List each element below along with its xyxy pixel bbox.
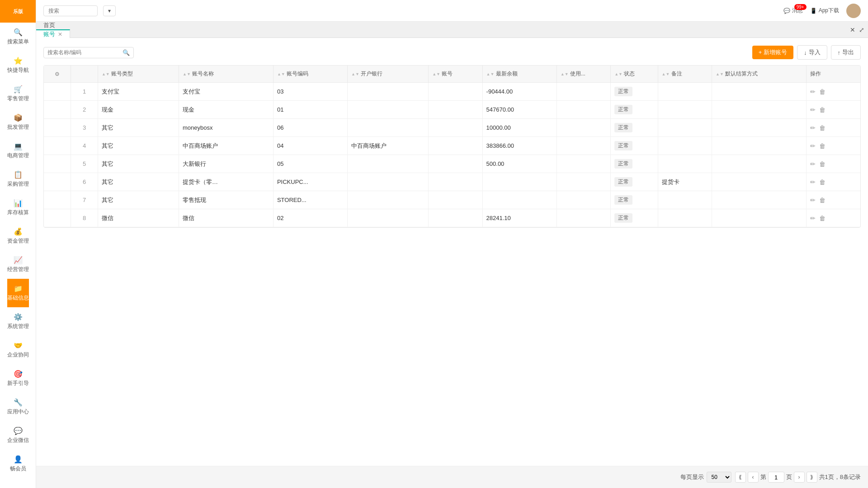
table-row: 3其它moneybosx0610000.00正常✏🗑	[44, 119, 860, 137]
add-account-button[interactable]: + 新增账号	[752, 46, 793, 59]
delete-icon[interactable]: 🗑	[819, 88, 826, 95]
app-label: App下载	[819, 7, 839, 14]
col-默认结算方式: ▲▼ 默认结算方式	[712, 66, 807, 83]
import-button[interactable]: ↓ 导入	[797, 45, 827, 60]
sort-up-icon[interactable]: ▲	[351, 72, 355, 76]
sort-up-icon[interactable]: ▲	[561, 72, 565, 76]
cell-usage	[557, 83, 610, 101]
sidebar-item-ecommerce-mgmt[interactable]: 💻电商管理	[7, 136, 29, 165]
cell-actions: ✏🗑	[806, 209, 860, 227]
dropdown-button[interactable]: ▾	[103, 5, 116, 16]
sort-up-icon[interactable]: ▲	[432, 72, 436, 76]
search-input[interactable]	[47, 49, 120, 56]
edit-icon[interactable]: ✏	[810, 124, 816, 131]
edit-icon[interactable]: ✏	[810, 106, 816, 113]
edit-icon[interactable]: ✏	[810, 215, 816, 222]
edit-icon[interactable]: ✏	[810, 142, 816, 150]
delete-icon[interactable]: 🗑	[819, 124, 826, 131]
status-badge: 正常	[614, 141, 632, 150]
maximize-button[interactable]: ⤢	[859, 26, 864, 33]
tab-actions: ✕ ⤢	[850, 26, 868, 33]
sidebar-item-inventory[interactable]: 📊库存核算	[7, 193, 29, 222]
import-icon: ↓	[804, 49, 807, 56]
sidebar-item-search-menu[interactable]: 🔍搜索菜单	[7, 23, 29, 51]
sort-down-icon[interactable]: ▼	[491, 72, 495, 76]
sort-down-icon[interactable]: ▼	[720, 72, 724, 76]
edit-icon[interactable]: ✏	[810, 178, 816, 186]
sidebar-item-operation-mgmt[interactable]: 📈经营管理	[7, 250, 29, 279]
sort-down-icon[interactable]: ▼	[106, 72, 110, 76]
close-tab-button[interactable]: ✕	[850, 26, 855, 33]
export-button[interactable]: ↑ 导出	[831, 45, 861, 60]
tab-home[interactable]: 首页	[36, 21, 70, 29]
sort-up-icon[interactable]: ▲	[486, 72, 491, 76]
delete-icon[interactable]: 🗑	[819, 106, 826, 113]
delete-icon[interactable]: 🗑	[819, 160, 826, 168]
cell-account	[429, 155, 482, 173]
delete-icon[interactable]: 🗑	[819, 142, 826, 150]
sidebar-item-member[interactable]: 👤畅会员	[7, 450, 29, 478]
col-状态: ▲▼ 状态	[611, 66, 658, 83]
edit-icon[interactable]: ✏	[810, 88, 816, 95]
delete-icon[interactable]: 🗑	[819, 215, 826, 222]
tab-close-account[interactable]: ✕	[58, 31, 62, 38]
cell-name: moneybosx	[179, 119, 273, 137]
sort-up-icon[interactable]: ▲	[614, 72, 618, 76]
sort-up-icon[interactable]: ▲	[277, 72, 281, 76]
sort-down-icon[interactable]: ▼	[187, 72, 191, 76]
page-number-input[interactable]	[768, 472, 784, 483]
sidebar-item-system-mgmt[interactable]: ⚙️系统管理	[7, 307, 29, 336]
edit-icon[interactable]: ✏	[810, 197, 816, 204]
sidebar-item-basic-info[interactable]: 📁基础信息	[7, 279, 29, 307]
status-badge: 正常	[614, 213, 632, 223]
total-label: 共1页，8条记录	[819, 473, 861, 481]
sidebar-item-enterprise-protocol[interactable]: 🤝企业协同	[7, 336, 29, 364]
delete-icon[interactable]: 🗑	[819, 178, 826, 186]
sidebar-item-wholesale-mgmt[interactable]: 📦批发管理	[7, 108, 29, 136]
sort-down-icon[interactable]: ▼	[666, 72, 670, 76]
row-num: 1	[71, 83, 98, 101]
sidebar-item-enterprise-wechat[interactable]: 💬企业微信	[7, 421, 29, 450]
message-button[interactable]: 💬 消息 99+	[783, 7, 803, 14]
sort-up-icon[interactable]: ▲	[662, 72, 666, 76]
sidebar-item-purchase-mgmt[interactable]: 📋采购管理	[7, 165, 29, 193]
sidebar-icon-new-guide: 🎯	[14, 370, 23, 378]
first-page-button[interactable]: ⟪	[735, 472, 746, 483]
top-search-input[interactable]	[43, 5, 98, 16]
last-page-button[interactable]: ⟫	[807, 472, 817, 483]
delete-icon[interactable]: 🗑	[819, 197, 826, 204]
sidebar-item-new-guide[interactable]: 🎯新手引导	[7, 364, 29, 393]
sidebar-label-quick-nav: 快捷导航	[7, 66, 29, 74]
sort-up-icon[interactable]: ▲	[102, 72, 106, 76]
page-size-select[interactable]: 50 100 200	[707, 472, 731, 483]
cell-bank	[348, 191, 429, 209]
sort-up-icon[interactable]: ▲	[716, 72, 720, 76]
prev-page-button[interactable]: ‹	[748, 472, 759, 483]
cell-account	[429, 173, 482, 191]
sort-down-icon[interactable]: ▼	[618, 72, 623, 76]
next-page-button[interactable]: ›	[794, 472, 805, 483]
cell-account	[429, 101, 482, 119]
settings-icon[interactable]: ⚙	[55, 71, 60, 77]
sort-down-icon[interactable]: ▼	[355, 72, 359, 76]
app-download-button[interactable]: 📱 App下载	[810, 7, 839, 14]
sort-down-icon[interactable]: ▼	[565, 72, 569, 76]
sidebar-item-finance-mgmt[interactable]: 💰资金管理	[7, 222, 29, 250]
cell-remark: 提货卡	[658, 173, 712, 191]
sort-up-icon[interactable]: ▲	[183, 72, 187, 76]
cell-balance	[482, 191, 557, 209]
tab-label-account: 账号	[43, 30, 55, 38]
page-content: 🔍 + 新增账号 ↓ 导入 ↑ 导出 ⚙▲▼ 账号类型▲▼ 账号名称▲▼ 账号编…	[36, 38, 868, 466]
sort-down-icon[interactable]: ▼	[281, 72, 285, 76]
edit-icon[interactable]: ✏	[810, 160, 816, 168]
sidebar-item-retail-mgmt[interactable]: 🛒零售管理	[7, 80, 29, 108]
cell-type: 其它	[98, 155, 179, 173]
sidebar-item-quick-nav[interactable]: ⭐快捷导航	[7, 51, 29, 80]
cell-balance: -90444.00	[482, 83, 557, 101]
sort-down-icon[interactable]: ▼	[436, 72, 440, 76]
search-icon: 🔍	[123, 49, 130, 56]
col-账号名称: ▲▼ 账号名称	[179, 66, 273, 83]
avatar[interactable]	[846, 4, 861, 18]
sidebar-item-app-center[interactable]: 🔧应用中心	[7, 393, 29, 421]
tab-account[interactable]: 账号✕	[36, 29, 70, 38]
